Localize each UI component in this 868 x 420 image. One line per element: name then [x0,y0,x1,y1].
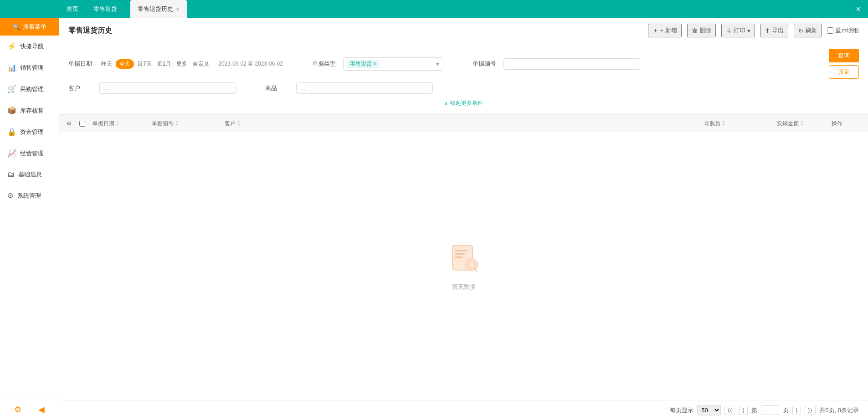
type-tag-remove[interactable]: × [373,61,376,67]
first-page-button[interactable]: ⟨⟨ [724,406,735,415]
top-bar: 首页 零售退货 × 零售退货历史 × × [0,0,868,18]
refresh-icon: ↻ [798,27,803,34]
inventory-icon: 📦 [7,106,16,115]
svg-rect-1 [455,250,467,251]
tab-retail-return[interactable]: 零售退货 × [86,0,130,18]
sort-date-icon: ▲▼ [116,120,119,127]
table-header: ⚙ 单据日期 ▲▼ 单据编号 ▲▼ 客户 ▲▼ 导购员 [59,115,868,132]
sort-customer-icon: ▲▼ [237,120,241,127]
date-btn-today[interactable]: 今天 [116,59,134,69]
page-input[interactable]: 1 [761,405,779,415]
collapse-icon: ∧ [444,100,448,107]
search-icon: 🔍 [13,24,20,31]
purchase-icon: 🛒 [7,85,16,93]
refresh-button[interactable]: ↻ 刷新 [794,24,822,37]
delete-icon: 🗑 [692,27,698,34]
empty-illustration [446,241,482,277]
customer-filter-group: 客户 [68,82,236,94]
per-page-select[interactable]: 50 20 100 [697,405,721,415]
col-header-action: 操作 [828,116,864,131]
col-header-amount[interactable]: 实销金额 ▲▼ [773,116,828,131]
toolbar: ＋ + 新增 🗑 删除 🖨 打印 ▾ ⬆ 导出 ↻ [648,24,859,37]
date-btn-yesterday[interactable]: 昨天 [99,59,114,69]
sidebar-item-finance[interactable]: 🔒 资金管理 [0,121,59,143]
operations-icon: 📈 [7,149,16,158]
col-header-customer[interactable]: 客户 ▲▼ [221,116,700,131]
sidebar-item-basic-info[interactable]: 🗂 基础信息 [0,164,59,185]
print-button[interactable]: 🖨 打印 ▾ [721,24,755,37]
pagination: 每页显示 50 20 100 ⟨⟨ ⟨ 第 1 页 ⟩ ⟩⟩ 共0页, 0条记录 [59,400,868,420]
svg-point-4 [466,259,478,271]
date-filter-group: 单据日期 昨天 今天 近7天 近1月 更多 自定义 2023-06-02 至 2… [68,59,283,69]
tab-home[interactable]: 首页 [59,0,86,18]
type-select[interactable]: 零售退货 × ▾ [343,57,443,71]
number-label: 单据编号 [473,60,500,68]
show-detail-checkbox[interactable] [827,27,833,34]
settings-footer-button[interactable]: ⚙ [14,405,21,415]
page-unit: 页 [783,406,789,415]
quick-nav-icon: ⚡ [7,42,16,51]
date-buttons: 昨天 今天 近7天 近1月 更多 自定义 [99,59,211,69]
date-btn-more[interactable]: 更多 [175,59,189,69]
date-btn-7days[interactable]: 近7天 [136,59,154,69]
sort-number-icon: ▲▼ [175,120,179,127]
next-page-button[interactable]: ⟩ [792,406,801,415]
svg-rect-2 [455,253,465,255]
new-icon: ＋ [652,26,658,35]
filter-settings-button[interactable]: 设置 [829,65,859,79]
per-page-label: 每页显示 [670,406,693,415]
customer-input[interactable] [99,82,236,94]
prev-page-button[interactable]: ⟨ [739,406,748,415]
goods-input[interactable] [296,82,433,94]
sidebar-item-sales[interactable]: 📊 销售管理 [0,57,59,78]
date-range: 2023-06-02 至 2023-06-02 [218,60,282,68]
sidebar-item-system[interactable]: ⚙ 系统管理 [0,185,59,206]
select-all-checkbox[interactable] [75,117,89,130]
query-button[interactable]: 查询 [829,49,859,62]
basic-info-icon: 🗂 [7,170,15,179]
content-area: 零售退货历史 ＋ + 新增 🗑 删除 🖨 打印 ▾ ⬆ 导出 [59,18,868,420]
number-input[interactable] [503,58,640,70]
last-page-button[interactable]: ⟩⟩ [805,406,816,415]
show-detail-label[interactable]: 显示明细 [827,26,859,35]
type-filter-group: 单据类型 零售退货 × ▾ [312,57,443,71]
close-tab-retail-return[interactable]: × [120,6,123,12]
delete-button[interactable]: 🗑 删除 [687,24,716,37]
export-button[interactable]: ⬆ 导出 [760,24,788,37]
sidebar-item-operations[interactable]: 📈 经营管理 [0,143,59,164]
collapse-bar[interactable]: ∧ 收起更多条件 [68,97,859,109]
tab-retail-return-history[interactable]: 零售退货历史 × [130,0,186,18]
page-label: 第 [751,406,757,415]
sales-icon: 📊 [7,63,16,72]
collapse-sidebar-button[interactable]: ◀ [38,405,45,415]
type-select-arrow-icon: ▾ [436,61,439,67]
sidebar-footer: ⚙ ◀ [0,399,59,420]
search-menu-button[interactable]: 🔍 搜索菜单 [0,18,59,36]
sidebar-item-inventory[interactable]: 📦 库存核算 [0,100,59,121]
filter-row-1: 单据日期 昨天 今天 近7天 近1月 更多 自定义 2023-06-02 至 2… [68,49,859,79]
sidebar-item-purchase[interactable]: 🛒 采购管理 [0,78,59,100]
svg-rect-3 [455,256,463,258]
empty-text: 暂无数据 [452,283,476,291]
date-btn-custom[interactable]: 自定义 [191,59,211,69]
finance-icon: 🔒 [7,128,16,136]
type-label: 单据类型 [312,60,339,68]
print-arrow-icon: ▾ [747,27,750,34]
col-header-guide[interactable]: 导购员 ▲▼ [700,116,773,131]
col-header-date[interactable]: 单据日期 ▲▼ [89,116,148,131]
date-label: 单据日期 [68,60,96,68]
column-settings-button[interactable]: ⚙ [63,117,75,130]
print-icon: 🖨 [726,27,732,34]
goods-label: 商品 [265,84,293,92]
sort-guide-icon: ▲▼ [722,120,725,127]
sidebar-item-quick-nav[interactable]: ⚡ 快捷导航 [0,36,59,57]
system-icon: ⚙ [7,191,14,200]
new-button[interactable]: ＋ + 新增 [648,24,682,37]
close-tab-history[interactable]: × [176,6,179,12]
filter-area: 单据日期 昨天 今天 近7天 近1月 更多 自定义 2023-06-02 至 2… [59,43,868,115]
date-btn-1month[interactable]: 近1月 [155,59,173,69]
col-header-number[interactable]: 单据编号 ▲▼ [148,116,221,131]
total-info: 共0页, 0条记录 [819,406,859,415]
close-window-button[interactable]: × [856,5,861,14]
page-header: 零售退货历史 ＋ + 新增 🗑 删除 🖨 打印 ▾ ⬆ 导出 [59,18,868,43]
